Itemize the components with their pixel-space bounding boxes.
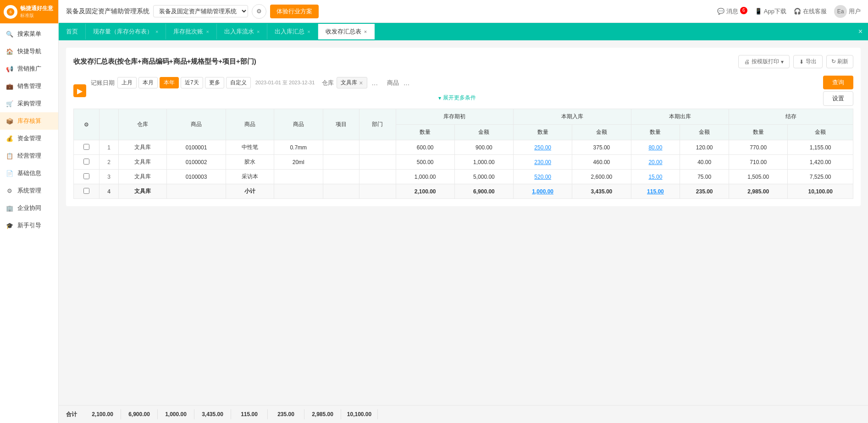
date-btn-more[interactable]: 更多 (205, 77, 224, 88)
row-spec (274, 170, 323, 184)
tab-summary[interactable]: 出入库汇总 × (267, 24, 318, 39)
tab-home[interactable]: 首页 (59, 24, 86, 39)
row-in-amt: 460.00 (572, 155, 631, 170)
sidebar-item-basic-info[interactable]: 📄 基础信息 (0, 165, 58, 182)
tab-close-recv-send[interactable]: × (364, 29, 367, 34)
th-settings[interactable]: ⚙ (74, 109, 100, 140)
date-btn-7days[interactable]: 近7天 (181, 77, 203, 88)
goods-dots[interactable]: ... (402, 79, 411, 87)
sidebar-item-operations[interactable]: 📋 经营管理 (0, 147, 58, 165)
date-btn-custom[interactable]: 自定义 (226, 77, 251, 88)
page-content: 收发存汇总表(按仓库+商品编码+商品+规格型号+项目+部门) 🖨 按模版打印 ▾… (59, 40, 868, 405)
tab-batch-account[interactable]: 库存批次账 × (166, 24, 216, 39)
expand-more-btn[interactable]: ▾ 展开更多条件 (438, 94, 476, 102)
column-settings-btn[interactable]: 设置 (823, 91, 853, 106)
online-service-btn[interactable]: 🎧 在线客服 (794, 7, 827, 16)
th-out-amt: 金额 (680, 125, 729, 140)
sidebar-item-quick-nav[interactable]: 🏠 快捷导航 (0, 43, 58, 60)
tab-flow[interactable]: 出入库流水 × (217, 24, 267, 39)
trial-button[interactable]: 体验行业方案 (270, 5, 319, 18)
query-btn[interactable]: 查询 (823, 76, 853, 89)
row-department (359, 184, 396, 199)
row-checkbox[interactable] (83, 173, 89, 179)
row-warehouse: 文具库 (119, 155, 167, 170)
th-department: 部门 (359, 109, 396, 140)
print-btn[interactable]: 🖨 按模版打印 ▾ (738, 55, 790, 68)
sidebar-nav: 🔍 搜索菜单 🏠 快捷导航 📢 营销推广 💼 销售管理 🛒 采购管理 📦 库存核… (0, 23, 58, 423)
row-checkbox[interactable] (83, 188, 89, 194)
sidebar-item-search[interactable]: 🔍 搜索菜单 (0, 25, 58, 43)
row-checkbox-cell[interactable] (74, 184, 100, 199)
tab-stock-dist[interactable]: 现存量（库存分布表） × (86, 24, 166, 39)
th-goods-spec: 商品 (274, 109, 323, 140)
date-btn-last-month[interactable]: 上月 (117, 77, 137, 88)
newbie-icon: 🎓 (6, 221, 14, 230)
row-out-amt: 75.00 (680, 170, 729, 184)
finance-icon: 💰 (6, 134, 14, 143)
row-close-amt: 7,525.00 (788, 170, 853, 184)
row-out-qty: 15.00 (631, 170, 680, 184)
warehouse-tag-close[interactable]: × (359, 79, 363, 87)
goods-label: 商品 (387, 79, 399, 87)
sidebar: 6 畅捷通好生意 标准版 🔍 搜索菜单 🏠 快捷导航 📢 营销推广 💼 销售管理… (0, 0, 59, 423)
system-select[interactable]: 装备及固定资产辅助管理系统 (153, 5, 248, 17)
sidebar-item-sales[interactable]: 💼 销售管理 (0, 77, 58, 95)
row-out-amt: 235.00 (680, 184, 729, 199)
row-project (323, 155, 359, 170)
tab-recv-send[interactable]: 收发存汇总表 × (318, 24, 375, 39)
filter-expand-btn[interactable]: ▶ (73, 84, 86, 97)
sidebar-item-system[interactable]: ⚙ 系统管理 (0, 182, 58, 199)
row-checkbox-cell[interactable] (74, 170, 100, 184)
tabs-close-all[interactable]: × (853, 24, 868, 39)
table-row: 1 文具库 0100001 中性笔 0.7mm 600.00 900.00 25… (74, 140, 853, 155)
sidebar-item-marketing[interactable]: 📢 营销推广 (0, 60, 58, 77)
export-btn[interactable]: ⬇ 导出 (793, 55, 823, 68)
row-close-qty: 2,985.00 (729, 184, 788, 199)
row-checkbox[interactable] (83, 159, 89, 165)
sidebar-item-inventory[interactable]: 📦 库存核算 (0, 112, 58, 130)
user-btn[interactable]: Ea 用户 (834, 5, 861, 18)
main-card: 收发存汇总表(按仓库+商品编码+商品+规格型号+项目+部门) 🖨 按模版打印 ▾… (66, 48, 861, 206)
row-in-amt: 2,600.00 (572, 170, 631, 184)
date-btn-this-month[interactable]: 本月 (138, 77, 158, 88)
total-in-qty: 1,000.00 (158, 409, 194, 419)
main-table: ⚙ 仓库 商品 商品 商品 项目 部门 库存期初 本期入库 本期出库 (73, 109, 853, 199)
th-closing: 结存 (729, 109, 853, 125)
tab-close-batch-account[interactable]: × (206, 29, 209, 34)
tab-close-stock-dist[interactable]: × (155, 29, 158, 34)
table-row: 3 文具库 0100003 采访本 1,000.00 5,000.00 520.… (74, 170, 853, 184)
row-code: 0100002 (167, 155, 226, 170)
row-name: 采访本 (226, 170, 274, 184)
page-title-row: 收发存汇总表(按仓库+商品编码+商品+规格型号+项目+部门) 🖨 按模版打印 ▾… (73, 55, 853, 68)
th-opening-amt: 金额 (454, 125, 513, 140)
row-checkbox-cell[interactable] (74, 140, 100, 155)
sidebar-item-newbie[interactable]: 🎓 新手引导 (0, 217, 58, 234)
page-title: 收发存汇总表(按仓库+商品编码+商品+规格型号+项目+部门) (73, 57, 256, 66)
goods-filter: 商品 ... (387, 79, 411, 87)
th-out-qty: 数量 (631, 125, 680, 140)
date-btn-this-year[interactable]: 本年 (160, 77, 179, 88)
row-in-amt: 3,435.00 (572, 184, 631, 199)
notification-icon: 💬 (717, 8, 724, 15)
app-download-btn[interactable]: 📱 App下载 (755, 7, 786, 16)
row-open-qty: 1,000.00 (396, 170, 454, 184)
sidebar-item-purchase[interactable]: 🛒 采购管理 (0, 95, 58, 112)
notification-btn[interactable]: 💬 消息 6 (717, 7, 747, 16)
refresh-btn[interactable]: ↻ 刷新 (826, 55, 853, 68)
table-settings-icon: ⚙ (84, 121, 89, 128)
settings-btn[interactable]: ⚙ (252, 4, 266, 19)
purchase-icon: 🛒 (6, 99, 14, 108)
date-filter-group: 记账日期 上月 本月 本年 近7天 更多 自定义 2023-01-01 至 20… (91, 77, 315, 88)
row-close-amt: 1,155.00 (788, 140, 853, 155)
date-range-text: 2023-01-01 至 2023-12-31 (255, 79, 315, 86)
warehouse-dots[interactable]: ... (370, 79, 380, 87)
row-open-amt: 6,900.00 (454, 184, 513, 199)
tab-close-flow[interactable]: × (257, 29, 260, 34)
row-open-qty: 500.00 (396, 155, 454, 170)
tab-close-summary[interactable]: × (307, 29, 310, 34)
row-checkbox[interactable] (83, 144, 89, 150)
row-spec: 0.7mm (274, 140, 323, 155)
row-checkbox-cell[interactable] (74, 155, 100, 170)
sidebar-item-enterprise[interactable]: 🏢 企业协同 (0, 199, 58, 217)
sidebar-item-finance[interactable]: 💰 资金管理 (0, 130, 58, 147)
